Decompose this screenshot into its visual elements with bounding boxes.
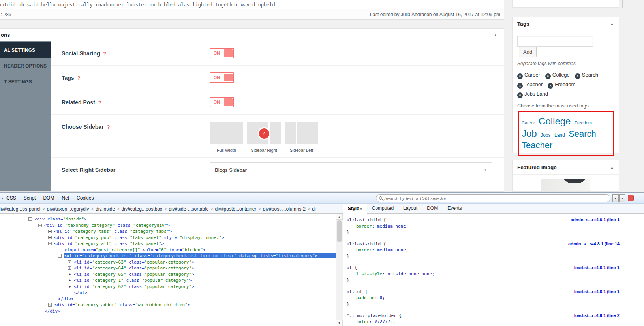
side-panel-tab-style[interactable]: Style ▾ [343, 204, 367, 214]
breadcrumb-item[interactable]: div.inside [96, 206, 115, 212]
help-icon[interactable]: ? [98, 100, 101, 106]
expander-icon[interactable]: - [28, 217, 32, 221]
remove-tag-icon[interactable]: × [545, 73, 551, 79]
scroll-down-icon[interactable]: ▼ [336, 320, 343, 326]
css-selector[interactable]: ul:last-child [347, 217, 381, 222]
side-panel-tab-layout[interactable]: Layout [398, 204, 422, 213]
search-prev-button[interactable]: ▲ [612, 194, 619, 202]
expander-icon[interactable]: + [68, 285, 71, 288]
tree-node[interactable]: -<ul id="categorychecklist" class="categ… [0, 253, 336, 259]
options-panel-header[interactable]: ons ▲ [0, 29, 504, 41]
tree-node[interactable]: </div> [0, 296, 336, 302]
css-selector[interactable]: ol, ul [347, 289, 362, 294]
add-tag-button[interactable]: Add [519, 47, 537, 57]
expander-icon[interactable]: - [38, 224, 42, 227]
side-panel-tab-events[interactable]: Events [443, 204, 467, 213]
tree-node[interactable]: +<ul id="category-tabs" class="category-… [0, 228, 336, 235]
tree-node[interactable]: +<li id="category-65" class="popular-cat… [0, 271, 336, 278]
tree-node[interactable]: </div> [0, 308, 336, 315]
breadcrumb-item[interactable]: di [312, 206, 315, 212]
tree-node[interactable]: -<div class="inside"> [0, 216, 336, 222]
expander-icon[interactable]: - [58, 254, 62, 258]
tree-node[interactable]: +<li id="category-1" class="popular-cate… [0, 277, 336, 284]
tree-node[interactable]: <input name="post_category[]" value="0" … [0, 247, 336, 253]
help-icon[interactable]: ? [77, 75, 81, 81]
sidebar-layout-option[interactable]: ✓Sidebar Right [247, 122, 281, 153]
tree-node[interactable]: +<li id="category-62" class="popular-cat… [0, 284, 336, 290]
breadcrumb-item[interactable]: div#categ...postbox [122, 206, 162, 212]
cloud-tag[interactable]: Jobs [541, 132, 550, 138]
css-selector[interactable]: ul:last-child [347, 241, 381, 247]
stylesheet-link[interactable]: load-st...r=4.8.1 (line 1 [574, 289, 620, 295]
tree-node[interactable]: +<div id="category-pop" class="tabs-pane… [0, 235, 336, 241]
firebug-search-box[interactable] [376, 194, 610, 202]
sidebar-layout-option[interactable]: Full Width [210, 122, 243, 153]
expander-icon[interactable]: + [68, 279, 71, 282]
options-nav-item[interactable]: HEADER OPTIONS [0, 58, 51, 74]
cloud-tag[interactable]: Job [522, 128, 537, 139]
firebug-tab-script[interactable]: Script [24, 193, 36, 204]
expander-icon[interactable]: + [48, 236, 52, 239]
firebug-tab-net[interactable]: Net [62, 193, 69, 204]
help-icon[interactable]: ? [103, 51, 106, 57]
remove-tag-icon[interactable]: × [575, 73, 580, 79]
stylesheet-link[interactable]: load-st...r=4.8.1 (line 2 [574, 313, 620, 319]
tree-node[interactable]: -<div id="category-all" class="tabs-pane… [0, 241, 336, 247]
expander-icon[interactable]: + [48, 230, 52, 233]
breadcrumb-item[interactable]: div#categ...bs-panel [0, 206, 40, 212]
most-used-tags-link[interactable]: Choose from the most used tags [517, 103, 614, 109]
tree-node[interactable]: +<div id="category-adder" class="wp-hidd… [0, 302, 336, 308]
cloud-tag[interactable]: Land [554, 132, 565, 138]
cloud-tag[interactable]: Freedom [575, 121, 592, 125]
expander-icon[interactable]: - [48, 242, 52, 245]
collapse-arrow-icon[interactable]: ▲ [610, 17, 614, 31]
featured-image-thumbnail[interactable] [541, 179, 590, 192]
firebug-close-button[interactable] [628, 195, 634, 201]
css-selector[interactable]: ul [347, 265, 352, 270]
stylesheet-link[interactable]: admin_s...r=4.8.1 (line 1 [571, 217, 620, 223]
tags-panel-header[interactable]: Tags ▲ [513, 17, 619, 31]
expander-icon[interactable]: + [68, 273, 71, 276]
search-next-button[interactable]: ▼ [619, 194, 625, 202]
new-tag-input[interactable] [517, 36, 593, 47]
options-nav-item[interactable]: AL SETTINGS [0, 42, 51, 58]
stylesheet-link[interactable]: load-st...r=4.8.1 (line 1 [574, 265, 620, 271]
right-sidebar-select[interactable]: Blogs Sidebar ▼ [210, 162, 492, 178]
css-declaration[interactable]: padding: 0; [347, 295, 644, 301]
breadcrumb-item[interactable]: div#side-...sortable [169, 206, 208, 212]
remove-tag-icon[interactable]: × [517, 73, 523, 79]
toggle-switch[interactable]: ON [210, 72, 234, 83]
side-panel-tab-dom[interactable]: DOM [422, 204, 443, 213]
cloud-tag[interactable]: College [539, 116, 571, 126]
scroll-thumb[interactable] [337, 220, 342, 242]
remove-tag-icon[interactable]: × [517, 92, 523, 98]
tree-node[interactable]: -<div id="taxonomy-category" class="cate… [0, 222, 336, 229]
help-icon[interactable]: ? [107, 124, 110, 130]
firebug-tab-css[interactable]: CSS [6, 193, 16, 204]
tree-node[interactable]: +<li id="category-64" class="popular-cat… [0, 265, 336, 271]
toggle-switch[interactable]: ON [210, 48, 234, 58]
tree-node[interactable]: +<li id="category-63" class="popular-cat… [0, 259, 336, 266]
breadcrumb-item[interactable]: div#post-...olumns-2 [263, 206, 306, 212]
css-selector[interactable]: *::-moz-placeholder [347, 313, 396, 318]
firebug-tab-dom[interactable]: DOM [43, 193, 54, 204]
stylesheet-link[interactable]: admin_s...r=4.8.1 (line 14 [568, 241, 620, 247]
sidebar-layout-option[interactable]: Sidebar Left [285, 122, 318, 153]
toggle-switch[interactable]: ON [210, 97, 234, 107]
expander-icon[interactable]: + [68, 260, 71, 264]
scroll-up-icon[interactable]: ▲ [336, 214, 343, 220]
expander-icon[interactable]: + [48, 303, 52, 307]
css-declaration[interactable]: list-style: outside none none; [347, 271, 644, 277]
search-input[interactable] [384, 195, 607, 201]
css-declaration[interactable]: border: medium none; [347, 223, 644, 230]
css-declaration[interactable]: color: #72777c; [347, 319, 644, 325]
collapse-arrow-icon[interactable]: ▲ [494, 29, 498, 41]
breadcrumb-item[interactable]: div#postb...ontainer [215, 206, 257, 212]
firebug-tab-cookies[interactable]: Cookies [77, 193, 94, 204]
cloud-tag[interactable]: Teacher [522, 140, 552, 150]
expander-icon[interactable]: + [68, 266, 71, 270]
remove-tag-icon[interactable]: × [548, 83, 553, 89]
remove-tag-icon[interactable]: × [517, 83, 523, 89]
tree-node[interactable]: </ul> [0, 290, 336, 296]
breadcrumb-item[interactable]: div#taxon...egorydiv [47, 206, 89, 212]
